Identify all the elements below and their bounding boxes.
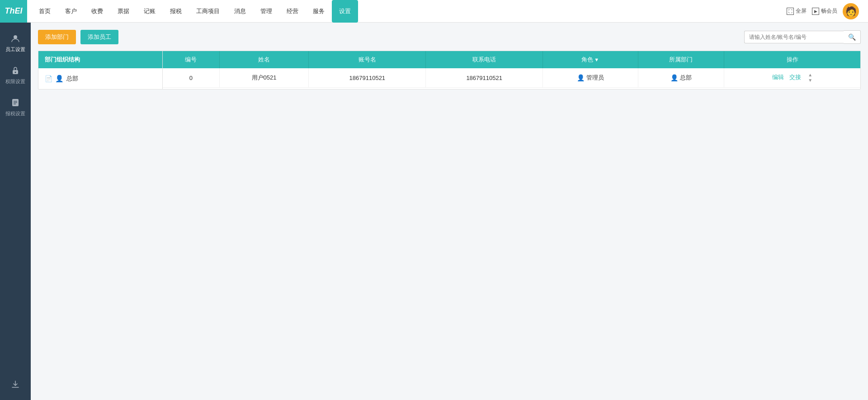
table-row: 0 用户0521 18679110521 18679110521 👤 管理员 👤… (163, 68, 860, 88)
cell-name: 用户0521 (219, 68, 309, 88)
search-icon: 🔍 (848, 33, 856, 41)
nav-customer[interactable]: 客户 (58, 0, 84, 23)
employee-settings-icon (10, 33, 20, 43)
nav-menu: 首页 客户 收费 票据 记账 报税 工商项目 消息 管理 经营 服务 设置 (32, 0, 787, 23)
nav-business[interactable]: 工商项目 (189, 0, 227, 23)
cell-role: 👤 管理员 (543, 68, 638, 88)
search-button[interactable]: 🔍 (844, 30, 861, 44)
toolbar: 添加部门 添加员工 🔍 (38, 30, 861, 44)
sidebar-item-employee-settings[interactable]: 员工设置 (0, 27, 31, 59)
nav-accounting[interactable]: 记账 (137, 0, 163, 23)
nav-right-actions: ⛶ 全屏 ▶ 畅会员 🧑 (787, 3, 859, 19)
vip-button[interactable]: ▶ 畅会员 (812, 7, 837, 15)
tree-panel: 部门组织结构 📄 👤 总部 (38, 51, 163, 89)
col-header-id: 编号 (163, 51, 219, 68)
fullscreen-label: 全屏 (796, 7, 807, 15)
fullscreen-button[interactable]: ⛶ 全屏 (787, 7, 807, 15)
filter-icon: ▼ (594, 57, 599, 62)
col-header-operations: 操作 (724, 51, 860, 68)
sidebar-label-tax-settings: 报税设置 (5, 110, 25, 117)
permission-settings-icon (10, 66, 20, 75)
sidebar: 员工设置 权限设置 报税设置 (0, 23, 31, 400)
tree-node-label: 总部 (66, 75, 78, 83)
sidebar-item-download[interactable] (0, 373, 31, 395)
nav-message[interactable]: 消息 (227, 0, 253, 23)
tax-settings-icon (10, 98, 20, 108)
col-header-account: 账号名 (309, 51, 426, 68)
employee-table: 编号 姓名 账号名 联系电话 角色 ▼ 所属部门 操作 (163, 51, 860, 88)
tree-body: 📄 👤 总部 (38, 68, 162, 89)
transfer-link[interactable]: 交接 (789, 74, 801, 80)
table-wrapper: 部门组织结构 📄 👤 总部 编号 姓名 账号名 (38, 51, 861, 89)
col-header-role[interactable]: 角色 ▼ (543, 51, 638, 68)
svg-point-2 (15, 72, 16, 73)
svg-point-0 (14, 35, 17, 39)
sidebar-label-employee-settings: 员工设置 (5, 46, 25, 53)
search-bar: 🔍 (744, 30, 861, 44)
cell-id: 0 (163, 68, 219, 88)
dept-label: 总部 (680, 74, 692, 82)
sidebar-item-tax-settings[interactable]: 报税设置 (0, 91, 31, 123)
nav-operation[interactable]: 经营 (279, 0, 306, 23)
sidebar-label-permission-settings: 权限设置 (5, 78, 25, 85)
dept-icon: 👤 (670, 74, 678, 81)
scroll-up-icon[interactable]: ▲ (808, 73, 812, 77)
cell-department: 👤 总部 (638, 68, 724, 88)
vip-label: 畅会员 (821, 7, 837, 15)
scroll-down-icon[interactable]: ▼ (808, 78, 812, 83)
edit-link[interactable]: 编辑 (772, 74, 784, 80)
nav-home[interactable]: 首页 (32, 0, 58, 23)
document-icon: 📄 (45, 75, 52, 82)
sidebar-bottom (0, 373, 31, 395)
role-filter: 角色 ▼ (581, 56, 599, 64)
add-employee-button[interactable]: 添加员工 (80, 30, 118, 44)
col-header-department: 所属部门 (638, 51, 724, 68)
cell-account: 18679110521 (309, 68, 426, 88)
sidebar-item-permission-settings[interactable]: 权限设置 (0, 59, 31, 91)
person-icon: 👤 (55, 75, 64, 83)
logo: ThEI (0, 0, 27, 23)
cell-operations: 编辑 交接 ▲ ▼ (724, 68, 860, 88)
tree-panel-header: 部门组织结构 (38, 51, 162, 68)
content-area: 添加部门 添加员工 🔍 部门组织结构 📄 👤 总部 (31, 23, 868, 400)
vip-icon: ▶ (812, 8, 819, 15)
nav-manage[interactable]: 管理 (253, 0, 279, 23)
role-icon: 👤 (577, 74, 585, 81)
fullscreen-icon: ⛶ (787, 8, 794, 15)
user-avatar[interactable]: 🧑 (843, 3, 859, 19)
main-layout: 员工设置 权限设置 报税设置 (0, 23, 868, 400)
col-header-phone: 联系电话 (426, 51, 543, 68)
add-department-button[interactable]: 添加部门 (38, 30, 76, 44)
nav-service[interactable]: 服务 (306, 0, 332, 23)
search-input[interactable] (744, 31, 844, 43)
data-table: 编号 姓名 账号名 联系电话 角色 ▼ 所属部门 操作 (163, 51, 860, 89)
cell-phone: 18679110521 (426, 68, 543, 88)
download-icon (10, 379, 20, 389)
nav-settings[interactable]: 设置 (332, 0, 358, 23)
col-header-name: 姓名 (219, 51, 309, 68)
nav-invoice[interactable]: 票据 (110, 0, 137, 23)
nav-billing[interactable]: 收费 (84, 0, 110, 23)
top-navigation: ThEI 首页 客户 收费 票据 记账 报税 工商项目 消息 管理 经营 服务 … (0, 0, 868, 23)
tree-node-headquarters[interactable]: 📄 👤 总部 (45, 73, 156, 85)
role-label: 管理员 (586, 74, 604, 82)
nav-tax[interactable]: 报税 (163, 0, 189, 23)
